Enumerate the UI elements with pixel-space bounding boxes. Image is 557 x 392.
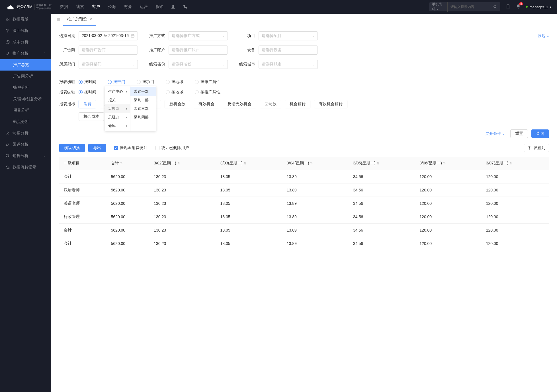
dd-仓库[interactable]: 仓库› <box>105 121 130 130</box>
close-icon[interactable]: ✕ <box>89 17 92 21</box>
cell-value: 34.56 <box>350 183 416 197</box>
nav-数据[interactable]: 数据 <box>60 4 68 9</box>
sidebar-item-数据流转记录[interactable]: 数据流转记录 <box>0 162 51 173</box>
cell-name: 汉语老师 <box>59 183 108 197</box>
select-method[interactable]: 请选择推广方式⌄ <box>169 31 228 40</box>
sidebar-toggle[interactable] <box>54 17 63 22</box>
sidebar-item-推广分析[interactable]: 推广分析⌃ <box>0 48 51 59</box>
metric-新机会数[interactable]: 新机会数 <box>165 100 190 108</box>
sidebar-item-销售分析[interactable]: 销售分析⌄ <box>0 150 51 162</box>
select-province[interactable]: 请选择省份⌄ <box>169 60 228 69</box>
phone-icon[interactable] <box>183 4 188 9</box>
top-menu: 数据线索客户公海财务运营报名 <box>60 4 164 9</box>
logo[interactable]: 云朵CRM 教育机构一站 式服务云平台 <box>6 3 52 10</box>
col-7[interactable]: 3/07(星期一)⇅ <box>483 157 549 170</box>
sidebar-item-推广总览[interactable]: 推广总览 <box>0 59 51 71</box>
sidebar-item-漏斗分析[interactable]: 漏斗分析 <box>0 25 51 36</box>
cell-name: 会计 <box>59 237 108 250</box>
sidebar-item-渠道分析[interactable]: 渠道分析 <box>0 139 51 150</box>
sidebar-item-访客分析[interactable]: 访客分析 <box>0 127 51 139</box>
dd-采购一部[interactable]: 采购一部 <box>130 87 156 96</box>
dd-采购三部[interactable]: 采购三部 <box>130 104 156 113</box>
metric-消费[interactable]: 消费 <box>79 100 96 108</box>
cell-value: 120.00 <box>483 237 549 250</box>
sidebar-item-站点分析[interactable]: 站点分析 <box>0 116 51 127</box>
dd-采购二部[interactable]: 采购二部 <box>130 96 156 104</box>
radio-按地域[interactable]: 按地域 <box>166 90 183 95</box>
col-4[interactable]: 3/04(星期一)⇅ <box>283 157 350 170</box>
select-city[interactable]: 请选择城市⌄ <box>259 60 318 69</box>
search-icon[interactable] <box>493 4 497 9</box>
mobile-icon[interactable] <box>505 4 511 9</box>
chevron-right-icon: › <box>126 116 127 119</box>
nav-公海[interactable]: 公海 <box>108 4 116 9</box>
nav-报名[interactable]: 报名 <box>156 4 164 9</box>
user-menu[interactable]: manager11 ▾ <box>526 5 551 9</box>
metrics-label: 报表指标 <box>59 100 79 107</box>
metric-机会成本[interactable]: 机会成本 <box>79 112 104 121</box>
dd-采购部[interactable]: 采购部› <box>105 104 130 113</box>
search-input[interactable] <box>448 5 493 9</box>
metric-回访数[interactable]: 回访数 <box>260 100 281 108</box>
reset-button[interactable]: 重置 <box>510 129 528 138</box>
notifications[interactable]: 5 <box>516 4 521 10</box>
sidebar-item-广告商分析[interactable]: 广告商分析 <box>0 71 51 82</box>
radio-按部门[interactable]: 按部门 <box>108 79 125 84</box>
nav-客户[interactable]: 客户 <box>92 4 100 9</box>
radio-icon <box>108 80 112 84</box>
export-button[interactable]: 导出 <box>88 144 106 152</box>
col-1[interactable]: 合计⇅ <box>108 157 151 170</box>
metric-机会销转[interactable]: 机会销转 <box>285 100 310 108</box>
dd-报关[interactable]: 报关 <box>105 96 130 104</box>
query-button[interactable]: 查询 <box>531 129 549 138</box>
username: manager11 <box>529 5 548 9</box>
nav-线索[interactable]: 线索 <box>76 4 84 9</box>
select-dept[interactable]: 请选择部门⌄ <box>79 60 138 69</box>
sidebar-item-数据看版[interactable]: 数据看版 <box>0 14 51 25</box>
radio-按推广属性[interactable]: 按推广属性 <box>195 79 220 84</box>
sidebar-item-项目分析[interactable]: 项目分析 <box>0 105 51 116</box>
sidebar-item-账户分析[interactable]: 账户分析 <box>0 82 51 93</box>
radio-按时间[interactable]: 按时间 <box>79 79 96 84</box>
search-icon <box>6 154 10 158</box>
metric-有效机会[interactable]: 有效机会 <box>194 100 219 108</box>
select-advertiser[interactable]: 请选择广告商⌄ <box>79 46 138 55</box>
radio-按时间[interactable]: 按时间 <box>79 90 96 95</box>
col-2[interactable]: 3/02(星期一)⇅ <box>150 157 217 170</box>
select-device[interactable]: 请选择设备⌄ <box>259 46 318 55</box>
radio-按地域[interactable]: 按地域 <box>166 79 183 84</box>
select-project[interactable]: 请选择项目⌄ <box>259 31 318 40</box>
search-type-select[interactable]: 手机号码 ▾ <box>432 2 448 12</box>
tab-promotion-overview[interactable]: 推广总预览 ✕ <box>63 14 96 26</box>
table-row: 汉语老师5620.00130.2318.0513.8934.56120.0012… <box>59 183 549 197</box>
toggle-button[interactable]: 横纵切换 <box>59 144 85 152</box>
person-icon[interactable] <box>171 4 176 9</box>
col-5[interactable]: 3/05(星期一)⇅ <box>350 157 416 170</box>
collapse-filters[interactable]: 收起 ⌄ <box>538 33 549 38</box>
metric-反馈无效机会[interactable]: 反馈无效机会 <box>223 100 256 108</box>
metric-有效机会销转[interactable]: 有效机会销转 <box>314 100 347 108</box>
deleted-stat-checkbox[interactable]: 统计已删除用户 <box>155 145 189 150</box>
nav-财务[interactable]: 财务 <box>124 4 132 9</box>
expand-conditions[interactable]: 展开条件 ⌄ <box>485 131 505 136</box>
dd-生产中心[interactable]: 生产中心› <box>105 87 130 96</box>
cash-stat-checkbox[interactable]: 按现金消费统计 <box>114 145 148 150</box>
column-settings-button[interactable]: 设置列 <box>524 144 549 152</box>
col-3[interactable]: 3/03(星期一)⇅ <box>217 157 283 170</box>
dd-总经办[interactable]: 总经办› <box>105 113 130 121</box>
top-nav: 云朵CRM 教育机构一站 式服务云平台 数据线索客户公海财务运营报名 手机号码 … <box>0 0 557 14</box>
radio-按项目[interactable]: 按项目 <box>137 79 154 84</box>
dd-采购四部[interactable]: 采购四部 <box>130 113 156 121</box>
cell-total: 5620.00 <box>108 224 151 237</box>
nav-运营[interactable]: 运营 <box>140 4 148 9</box>
radio-按推广属性[interactable]: 按推广属性 <box>195 90 220 95</box>
sidebar-item-成本分析[interactable]: 成本分析 <box>0 36 51 48</box>
logo-icon <box>6 3 15 10</box>
select-account[interactable]: 请选择推广账户⌄ <box>169 46 228 55</box>
status-dot <box>526 6 528 8</box>
col-0[interactable]: 一级项目 <box>59 157 108 170</box>
checkbox-icon <box>155 146 159 150</box>
col-6[interactable]: 3/06(星期一)⇅ <box>416 157 482 170</box>
date-range-picker[interactable]: 2021-03-02 至 2021-03-16 <box>79 31 138 40</box>
sidebar-item-关键词/创意分析[interactable]: 关键词/创意分析 <box>0 93 51 105</box>
